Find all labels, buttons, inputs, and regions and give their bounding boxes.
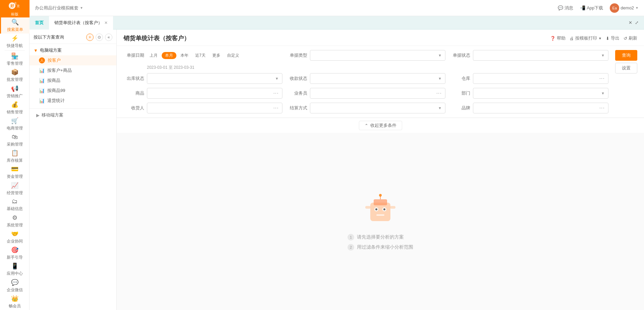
desktop-scheme-group-toggle[interactable]: ▼ 电脑端方案	[30, 45, 116, 55]
scheme-item-by-goods99[interactable]: 📊 按商品99	[30, 86, 116, 96]
window-close-icon[interactable]: ✕	[629, 20, 632, 25]
date-btn-this-year[interactable]: 本年	[178, 52, 191, 59]
user-menu[interactable]: Ea demo2 ▼	[610, 3, 639, 13]
doc-type-label: 单据类型	[286, 52, 310, 58]
edit-scheme-button[interactable]: ⊙	[96, 34, 103, 41]
sidebar-item-wholesale[interactable]: 📦 批发管理	[0, 67, 30, 84]
industry-selector[interactable]: 办公用品行业模拟账套 ▼	[35, 5, 83, 11]
collect-status-filter-cell: 收款状态 ▼	[286, 73, 445, 84]
date-btn-custom[interactable]: 自定义	[224, 52, 242, 59]
window-maximize-icon[interactable]: ⤢	[635, 20, 639, 25]
warehouse-select[interactable]: ···	[473, 73, 608, 84]
filter-area: 单据日期 上月 本月 本年 近7天 更多 自定义	[117, 46, 644, 118]
sidebar-item-member[interactable]: 👑 畅会员	[0, 294, 30, 310]
enterprise-wechat-icon: 💬	[11, 279, 18, 286]
sidebar-item-label: 库存核算	[7, 158, 23, 163]
scheme-item-label: 按商品99	[47, 88, 65, 94]
finance-icon: 💳	[11, 165, 18, 173]
sidebar-item-marketing[interactable]: 📢 营销推广	[0, 84, 30, 100]
topbar: 办公用品行业模拟账套 ▼ 💬 消息 📲 App下载 Ea demo2 ▼	[30, 0, 644, 16]
right-panel: 销货单统计表（按客户） ❓ 帮助 🖨 按模板打印 ▼ ⬇ 导出	[117, 30, 644, 310]
tab-close-icon[interactable]: ✕	[104, 20, 108, 25]
refresh-button[interactable]: ↺ 刷新	[624, 35, 637, 41]
query-button[interactable]: 查询	[615, 50, 637, 61]
sidebar-item-app-center[interactable]: 📱 应用中心	[0, 261, 30, 277]
sidebar-item-finance[interactable]: 💳 资金管理	[0, 164, 30, 180]
home-tab-label: 首页	[35, 20, 44, 26]
desktop-scheme-group: ▼ 电脑端方案 人 按客户 📊 按客户+商品 📊 按商品 📊	[30, 44, 116, 107]
out-status-select[interactable]: ▼	[147, 73, 282, 84]
help-label: 帮助	[557, 35, 566, 41]
scheme-item-by-goods[interactable]: 📊 按商品	[30, 75, 116, 86]
sidebar-item-newbie[interactable]: 🎯 新手引导	[0, 245, 30, 261]
scheme-item-by-customer[interactable]: 人 按客户	[30, 55, 116, 65]
step-1-text: 请先选择要分析的方案	[357, 234, 404, 240]
sidebar-item-basic[interactable]: 🗂 基础信息	[0, 197, 30, 213]
doc-status-select[interactable]: ▼	[473, 50, 608, 61]
sidebar-item-purchase[interactable]: 🛍 采购管理	[0, 132, 30, 148]
svg-rect-11	[365, 206, 371, 209]
sidebar-item-enterprise[interactable]: 🤝 企业协同	[0, 229, 30, 245]
settings-button[interactable]: 设置	[615, 63, 637, 73]
date-btn-7days[interactable]: 近7天	[193, 52, 208, 59]
empty-illustration	[360, 193, 400, 227]
goods-select[interactable]: ···	[147, 88, 282, 99]
sidebar-item-quick-nav[interactable]: ⚡ 快捷导航	[0, 34, 30, 50]
svg-rect-5	[374, 199, 387, 205]
warehouse-dots-icon: ···	[599, 75, 605, 82]
export-button[interactable]: ⬇ 导出	[606, 35, 620, 41]
sidebar-item-inventory[interactable]: 📋 库存核算	[0, 148, 30, 164]
settlement-label: 结算方式	[286, 105, 310, 111]
scheme-item-by-customer-goods[interactable]: 📊 按客户+商品	[30, 65, 116, 75]
mobile-group-arrow-icon: ▶	[36, 113, 40, 118]
step-1-num: 1	[347, 234, 354, 241]
group-arrow-icon: ▼	[34, 48, 38, 53]
collect-status-chevron-icon: ▼	[438, 76, 442, 81]
receiver-label: 收货人	[123, 105, 147, 111]
app-center-icon: 📱	[11, 262, 18, 270]
sidebar-item-label: 营销推广	[7, 93, 23, 99]
app-download-button[interactable]: 📲 App下载	[580, 5, 603, 11]
sidebar-item-retail[interactable]: 🏪 零售管理	[0, 51, 30, 67]
dept-select[interactable]: ▼	[473, 88, 608, 99]
print-button[interactable]: 🖨 按模板打印 ▼	[570, 35, 602, 41]
help-button[interactable]: ❓ 帮助	[550, 35, 566, 41]
mobile-scheme-group-toggle[interactable]: ▶ 移动端方案	[30, 110, 116, 120]
sidebar-item-enterprise-wechat[interactable]: 💬 企业微信	[0, 278, 30, 294]
salesperson-select[interactable]: ···	[310, 88, 445, 99]
sidebar: 好 生 意 标版 🔍 搜索菜单 ⚡ 快捷导航 🏪 零售管理 📦 批发管理 📢 营…	[0, 0, 30, 310]
receiver-select[interactable]: ···	[147, 103, 282, 113]
collapse-more-button[interactable]: ⌃ 收起更多条件	[359, 121, 402, 130]
collapse-icon: «	[108, 35, 110, 40]
doc-status-chevron-icon: ▼	[601, 53, 605, 57]
sidebar-item-operations[interactable]: 📈 经营管理	[0, 181, 30, 197]
date-btn-last-month[interactable]: 上月	[147, 52, 160, 59]
page-title-actions: ❓ 帮助 🖨 按模板打印 ▼ ⬇ 导出 ↺ 刷新	[550, 35, 637, 41]
dept-chevron-icon: ▼	[601, 91, 605, 95]
date-btn-more[interactable]: 更多	[210, 52, 223, 59]
message-button[interactable]: 💬 消息	[558, 5, 573, 11]
date-btn-this-month[interactable]: 本月	[162, 52, 176, 59]
refresh-icon: ↺	[624, 36, 627, 41]
newbie-icon: 🎯	[11, 246, 18, 254]
sidebar-item-sales[interactable]: 💰 销售管理	[0, 100, 30, 116]
settlement-select[interactable]: ▼	[310, 103, 445, 113]
scheme-item-returns-stats[interactable]: 📊 退货统计	[30, 96, 116, 106]
collect-status-select[interactable]: ▼	[310, 73, 445, 84]
sidebar-item-label: 快捷导航	[7, 43, 23, 49]
print-dropdown-icon: ▼	[598, 37, 602, 40]
sidebar-item-search[interactable]: 🔍 搜索菜单	[0, 17, 30, 34]
print-icon: 🖨	[570, 36, 574, 41]
sidebar-item-system[interactable]: ⚙ 系统管理	[0, 213, 30, 229]
add-scheme-button[interactable]: +	[86, 34, 94, 41]
tab-home[interactable]: 首页	[30, 16, 49, 30]
collapse-panel-button[interactable]: «	[105, 34, 112, 41]
sidebar-item-ecommerce[interactable]: 🛒 电商管理	[0, 116, 30, 132]
tab-sales-stats[interactable]: 销货单统计表（按客户） ✕	[49, 16, 113, 30]
svg-rect-12	[390, 206, 395, 209]
wholesale-icon: 📦	[11, 68, 18, 76]
brand-filter-cell: 品牌 ···	[449, 103, 608, 113]
doc-type-select[interactable]: ▼	[310, 50, 445, 61]
settlement-filter-cell: 结算方式 ▼	[286, 103, 445, 113]
brand-select[interactable]: ···	[473, 103, 608, 113]
